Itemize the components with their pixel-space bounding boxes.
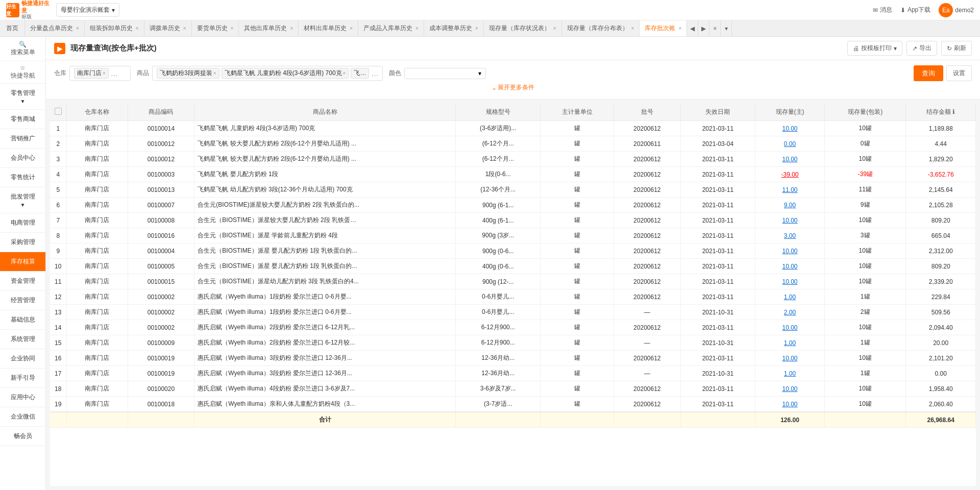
more-icon[interactable]: … <box>371 69 378 78</box>
sidebar-search[interactable]: 🔍 搜索菜单 <box>0 37 45 61</box>
sidebar-item-retail-mgmt[interactable]: 零售管理 ▼ <box>0 84 45 110</box>
sidebar-item-finance[interactable]: 资金管理 <box>0 272 45 291</box>
close-icon[interactable]: × <box>350 26 353 31</box>
sidebar-item-inventory[interactable]: 库存核算 <box>0 252 45 272</box>
close-icon[interactable]: × <box>631 26 634 31</box>
row-qty-main[interactable]: 3.00 <box>755 228 825 243</box>
tab-kczh[interactable]: 库存批次账 × <box>640 20 687 37</box>
row-qty-main[interactable]: 10.00 <box>755 381 825 397</box>
row-warehouse: 南库门店 <box>66 243 128 259</box>
tab-close-btn[interactable]: × <box>709 20 721 37</box>
row-expire: 2021-10-31 <box>680 305 755 320</box>
row-code: 00100002 <box>128 289 194 305</box>
tab-fenpan[interactable]: 分量盘点单历史 × <box>25 20 85 37</box>
tab-prev-btn[interactable]: ◀ <box>687 20 698 37</box>
expand-conditions-btn[interactable]: ⌄ 展开更多条件 <box>492 83 534 92</box>
header-checkbox[interactable] <box>55 108 62 115</box>
row-qty-main[interactable]: 9.00 <box>755 198 825 213</box>
row-qty-main[interactable]: 2.00 <box>755 305 825 320</box>
tab-expand-btn[interactable]: ▾ <box>721 20 732 37</box>
close-icon[interactable]: × <box>231 26 234 31</box>
row-qty-main[interactable]: 10.00 <box>755 243 825 259</box>
row-spec: 12-36月幼... <box>456 351 541 366</box>
close-icon[interactable]: × <box>553 26 556 31</box>
sidebar-item-member2[interactable]: 畅会员 <box>0 427 45 446</box>
sidebar-item-marketing[interactable]: 营销推广 <box>0 129 45 149</box>
tab-yaohuo[interactable]: 要货单历史 × <box>192 20 239 37</box>
tab-diaob[interactable]: 调拨单历史 × <box>144 20 192 37</box>
tab-home[interactable]: 首页 <box>0 20 25 37</box>
tab-bar: 首页 分量盘点单历史 × 组装拆卸单历史 × 调拨单历史 × 要货单历史 × 其… <box>0 20 980 37</box>
header-actions: 🖨 按模板打印 ▾ ↗ 导出 ↻ 刷新 <box>847 41 972 56</box>
message-btn[interactable]: ✉ 消息 <box>873 6 892 14</box>
summary-amount: 26,968.64 <box>906 412 976 428</box>
row-no: 3 <box>50 152 66 167</box>
template-print-btn[interactable]: 🖨 按模板打印 ▾ <box>847 41 902 56</box>
sidebar-item-guide[interactable]: 新手引导 <box>0 369 45 388</box>
close-icon[interactable]: × <box>136 26 139 31</box>
row-name: 惠氏启赋（Wyeth illuma）3段奶粉 爱尔兰进口 12-36月... <box>194 351 456 366</box>
sidebar-item-weixin[interactable]: 企业微信 <box>0 407 45 427</box>
row-qty-main[interactable]: 10.00 <box>755 152 825 167</box>
tag-close-icon[interactable]: × <box>103 70 106 76</box>
tag-close-icon[interactable]: × <box>213 70 216 76</box>
sidebar-item-retail-stats[interactable]: 零售统计 <box>0 168 45 187</box>
row-qty-main[interactable]: 11.00 <box>755 182 825 198</box>
close-icon[interactable]: × <box>415 26 419 31</box>
tab-crk[interactable]: 产成品入库单历史 × <box>358 20 424 37</box>
user-info[interactable]: Ea demo2 <box>939 3 974 17</box>
tab-xcfb[interactable]: 现存量（库存分布表） × <box>562 20 640 37</box>
close-icon[interactable]: × <box>678 26 681 31</box>
row-amount: 665.04 <box>906 228 976 243</box>
tab-cbtz[interactable]: 成本调整单历史 × <box>424 20 484 37</box>
sidebar-item-system[interactable]: 系统管理 <box>0 330 45 349</box>
product-input[interactable]: 飞鹤奶粉3段两提装 × 飞鹤星飞帆 儿童奶粉 4段(3-6岁适用) 700克 ×… <box>152 66 383 81</box>
color-input[interactable]: ▾ <box>404 68 486 79</box>
close-icon[interactable]: × <box>290 26 293 31</box>
row-warehouse: 南库门店 <box>66 289 128 305</box>
tab-clck[interactable]: 材料出库单历史 × <box>299 20 358 37</box>
setting-btn[interactable]: 设置 <box>946 65 972 81</box>
tab-next-btn[interactable]: ▶ <box>698 20 709 37</box>
row-qty-main[interactable]: 10.00 <box>755 351 825 366</box>
sidebar-item-basics[interactable]: 基础信息 <box>0 310 45 330</box>
close-icon[interactable]: × <box>76 26 79 31</box>
sidebar-quicknav[interactable]: ☆ 快捷导航 <box>0 61 45 84</box>
row-qty-main[interactable]: 1.00 <box>755 335 825 351</box>
row-qty-main[interactable]: 0.00 <box>755 136 825 152</box>
sidebar-item-appstore[interactable]: 应用中心 <box>0 388 45 407</box>
row-qty-main[interactable]: 10.00 <box>755 213 825 228</box>
sidebar-item-retail-mall[interactable]: 零售商城 <box>0 110 45 129</box>
close-icon[interactable]: × <box>475 26 478 31</box>
row-qty-main[interactable]: 1.00 <box>755 366 825 381</box>
row-qty-main[interactable]: 10.00 <box>755 121 825 136</box>
warehouse-input[interactable]: 南库门店 × … <box>69 66 131 81</box>
sidebar-item-purchase[interactable]: 采购管理 <box>0 233 45 252</box>
app-download-btn[interactable]: ⬇ App下载 <box>900 6 930 14</box>
sidebar-item-operations[interactable]: 经营管理 <box>0 291 45 310</box>
tab-xclk[interactable]: 现存量（库存状况表） × <box>484 20 562 37</box>
row-batch: 20200612 <box>614 167 680 182</box>
summary-empty <box>50 412 66 428</box>
sidebar-item-wholesale[interactable]: 批发管理 ▼ <box>0 187 45 213</box>
tag-close-icon[interactable]: × <box>343 70 346 76</box>
row-qty-main[interactable]: 10.00 <box>755 259 825 274</box>
sidebar-item-ecommerce[interactable]: 电商管理 <box>0 213 45 233</box>
toggle-btn[interactable]: ▶ <box>54 43 65 54</box>
close-icon[interactable]: × <box>183 26 186 31</box>
tab-zuche[interactable]: 组装拆卸单历史 × <box>85 20 144 37</box>
sidebar-item-member[interactable]: 会员中心 <box>0 149 45 168</box>
row-qty-main[interactable]: 1.00 <box>755 289 825 305</box>
refresh-btn[interactable]: ↻ 刷新 <box>941 41 972 56</box>
workspace-selector[interactable]: 母婴行业演示账套 ▾ <box>56 3 119 17</box>
row-qty-main[interactable]: 10.00 <box>755 320 825 335</box>
tab-qtck[interactable]: 其他出库单历史 × <box>239 20 299 37</box>
query-btn[interactable]: 查询 <box>914 65 943 81</box>
row-qty-pkg: 10罐 <box>824 320 905 335</box>
export-btn[interactable]: ↗ 导出 <box>906 41 937 56</box>
more-icon[interactable]: … <box>111 69 118 78</box>
row-qty-main[interactable]: 10.00 <box>755 397 825 412</box>
sidebar-item-collab[interactable]: 企业协同 <box>0 349 45 369</box>
row-qty-main[interactable]: 10.00 <box>755 274 825 289</box>
row-qty-main[interactable]: -39.00 <box>755 167 825 182</box>
